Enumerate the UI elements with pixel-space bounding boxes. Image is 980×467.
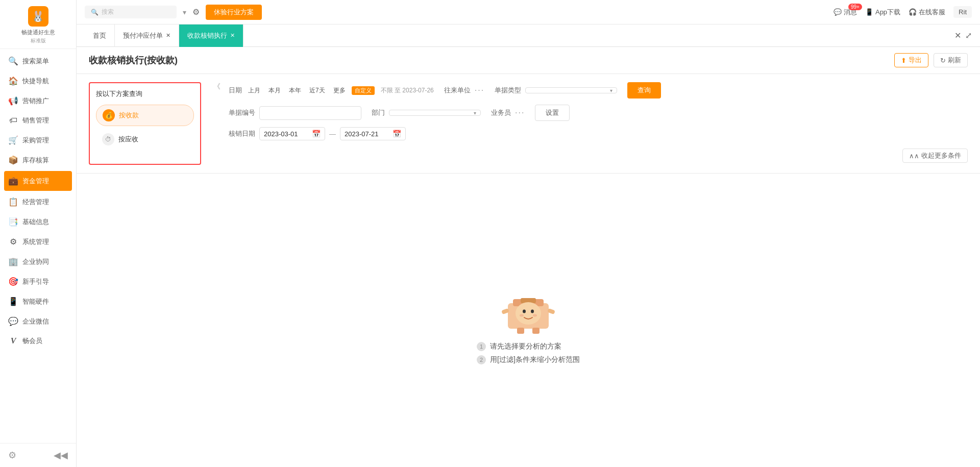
collapse-icon[interactable]: ◀◀ [54,450,68,461]
filter-partner: 往来单位 ··· [444,86,484,95]
page-actions: ⬆ 导出 ↻ 刷新 [894,53,968,67]
query-by-receipt[interactable]: 💰 按收款 [96,105,194,126]
query-by-receivable[interactable]: ⏱ 按应收 [96,129,194,150]
dept-select[interactable]: ▾ [389,110,481,116]
user-info[interactable]: Rit [953,6,972,18]
verify-date-start-input[interactable] [264,130,310,138]
sidebar-item-label: 基础信息 [22,217,49,227]
sidebar-item-finance[interactable]: 💼 资金管理 [4,171,72,191]
sidebar-item-label: 快捷导航 [22,77,49,86]
query-button[interactable]: 查询 [627,82,661,99]
sidebar-item-search[interactable]: 🔍 搜索菜单 [0,51,76,71]
solution-button[interactable]: 休验行业方案 [206,5,262,20]
partner-picker-icon[interactable]: ··· [475,86,484,95]
settings-icon[interactable]: ⚙ [8,450,16,461]
settings-button[interactable]: 设置 [535,105,570,121]
biz-icon: 📋 [8,197,18,207]
date-more[interactable]: 更多 [331,85,348,96]
sidebar-item-purchase[interactable]: 🛒 采购管理 [0,130,76,150]
marketing-icon: 📢 [8,96,18,106]
svg-point-6 [520,314,524,316]
online-service-button[interactable]: 🎧 在线客服 [909,8,945,17]
sidebar-item-member[interactable]: V 畅会员 [0,331,76,351]
receipt-label: 按收款 [119,111,139,120]
sidebar-item-label: 畅会员 [22,336,42,346]
app-download-button[interactable]: 📱 App下载 [865,8,900,17]
sidebar-item-label: 搜索菜单 [22,57,49,66]
staff-label: 业务员 [491,108,511,117]
date-this-year[interactable]: 本年 [287,85,303,96]
svg-point-4 [523,309,526,313]
tab-home-label: 首页 [93,31,106,40]
export-button[interactable]: ⬆ 导出 [894,53,928,67]
search-placeholder: 搜索 [102,8,114,16]
sidebar-item-system[interactable]: ⚙ 系统管理 [0,232,76,252]
sidebar-item-label: 系统管理 [22,237,49,247]
doctype-label: 单据类型 [495,86,521,95]
hint-num-1: 1 [477,342,486,351]
sidebar-item-base[interactable]: 📑 基础信息 [0,212,76,232]
verify-date-start-calendar-icon[interactable]: 📅 [312,130,321,138]
refresh-button[interactable]: ↻ 刷新 [934,53,968,67]
verify-date-label: 核销日期 [229,129,255,138]
date-this-month[interactable]: 本月 [266,85,283,96]
topbar-gear-icon[interactable]: ⚙ [192,7,200,17]
tab-receipts-close-icon[interactable]: ✕ [230,32,235,39]
panel-collapse-icon[interactable]: 《 [213,82,220,165]
collapse-more-icon: ∧∧ [909,152,919,160]
tabbar-expand-icon[interactable]: ⤢ [965,31,972,40]
guide-icon: 🎯 [8,277,18,286]
topbar-dropdown-icon[interactable]: ▾ [183,8,186,16]
sidebar-item-biz[interactable]: 📋 经营管理 [0,192,76,212]
message-button[interactable]: 💬 消息 99+ [834,8,857,17]
sidebar-item-wechat[interactable]: 💬 企业微信 [0,311,76,331]
sidebar-item-guide[interactable]: 🎯 新手引导 [0,272,76,291]
hint-num-2: 2 [477,355,486,364]
svg-rect-9 [532,328,540,334]
sidebar-item-label: 销售管理 [22,116,49,125]
tab-prepay-close-icon[interactable]: ✕ [166,32,170,39]
filter-form: 日期 上月 本月 本年 近7天 更多 自定义 不限 至 2023-07-26 [229,82,968,165]
sidebar-item-label: 库存核算 [22,156,49,165]
date-nolimit-text: 不限 至 2023-07-26 [381,86,434,95]
filter-row-2: 单据编号 部门 ▾ 业务员 ··· 设置 [229,105,968,121]
svg-point-7 [533,314,537,316]
collapse-more-row: ∧∧ 收起更多条件 [229,146,968,165]
tabbar-close-icon[interactable]: ✕ [954,31,961,40]
filter-dept: 部门 ▾ [372,108,481,117]
sidebar-item-inventory[interactable]: 📦 库存核算 [0,150,76,170]
staff-picker-icon[interactable]: ··· [515,108,525,117]
date-7days[interactable]: 近7天 [307,85,327,96]
search-bar[interactable]: 🔍 搜索 [85,6,177,18]
sidebar-item-label: 经营管理 [22,198,49,207]
dept-label: 部门 [372,108,385,117]
service-icon: 🎧 [909,8,917,16]
sidebar-item-collab[interactable]: 🏢 企业协同 [0,252,76,272]
tab-bar: 首页 预付冲应付单 ✕ 收款核销执行 ✕ ✕ ⤢ [77,24,980,47]
tab-receipts[interactable]: 收款核销执行 ✕ [179,24,243,47]
inventory-icon: 📦 [8,155,18,165]
tab-home[interactable]: 首页 [85,24,115,47]
sidebar-footer: ⚙ ◀◀ [0,443,76,467]
empty-hint-2: 2 用[过滤]条件来缩小分析范围 [477,355,580,364]
docno-input[interactable] [259,106,361,120]
verify-date-end-input[interactable] [345,130,390,138]
date-custom-badge[interactable]: 自定义 [352,86,375,95]
doctype-select-arrow: ▾ [610,88,612,93]
verify-date-start-wrapper: 📅 [259,127,325,140]
collapse-more-button[interactable]: ∧∧ 收起更多条件 [902,149,968,163]
svg-point-5 [531,309,534,313]
date-last-month[interactable]: 上月 [246,85,262,96]
filter-row-3: 核销日期 📅 — 📅 [229,127,968,140]
message-badge: 99+ [848,4,862,10]
sidebar-item-hardware[interactable]: 📱 智能硬件 [0,291,76,311]
verify-date-end-calendar-icon[interactable]: 📅 [393,130,401,138]
sidebar-item-sales[interactable]: 🏷 销售管理 [0,111,76,130]
tab-prepay[interactable]: 预付冲应付单 ✕ [115,24,179,47]
sidebar-item-marketing[interactable]: 📢 营销推广 [0,91,76,111]
doctype-select[interactable]: ▾ [525,87,617,93]
verify-date-end-wrapper: 📅 [340,127,406,140]
filter-verify-date: 核销日期 📅 — 📅 [229,127,406,140]
sidebar-item-quicknav[interactable]: 🏠 快捷导航 [0,71,76,91]
date-separator: — [329,130,336,138]
